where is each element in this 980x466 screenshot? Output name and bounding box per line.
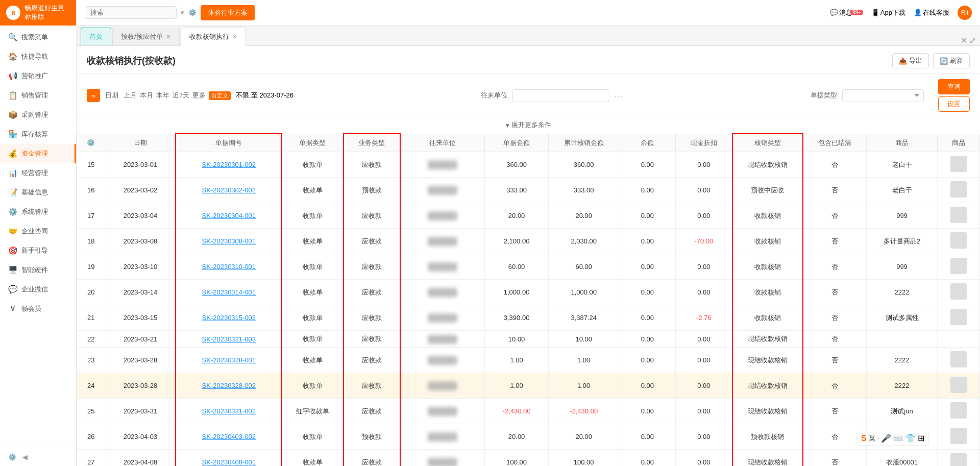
- order-id-link[interactable]: SK-20230315-002: [202, 314, 256, 322]
- row-date: 2023-03-21: [105, 331, 176, 348]
- sidebar-item-sales[interactable]: 📋销售管理: [0, 86, 76, 105]
- sidebar-item-nav[interactable]: 🏠快捷导航: [0, 47, 76, 66]
- sidebar-item-member[interactable]: V畅会员: [0, 299, 76, 318]
- row-balance: 0.00: [619, 254, 676, 280]
- sidebar-item-guide[interactable]: 🎯新手引导: [0, 241, 76, 260]
- row-amount: 20.00: [485, 424, 549, 450]
- row-order-id[interactable]: SK-20230314-001: [176, 280, 282, 305]
- row-discount: 0.00: [676, 254, 732, 280]
- row-order-id[interactable]: SK-20230328-002: [176, 373, 282, 399]
- row-verified: 1.00: [548, 348, 619, 373]
- keyboard-icon[interactable]: ⌨️: [893, 433, 903, 443]
- col-header-bill-type: 单据类型: [282, 134, 344, 152]
- sidebar-item-wechat[interactable]: 💬企业微信: [0, 280, 76, 299]
- date-this-year[interactable]: 本年: [156, 91, 169, 100]
- row-order-id[interactable]: SK-20230315-002: [176, 305, 282, 331]
- date-this-month[interactable]: 本月: [140, 91, 153, 100]
- grid-icon[interactable]: ⊞: [918, 433, 924, 443]
- inventory-icon: 🏪: [8, 130, 17, 139]
- shirt-icon[interactable]: 👕: [905, 433, 916, 443]
- tab-home[interactable]: 首页: [81, 28, 111, 45]
- date-custom-button[interactable]: 自定义: [209, 91, 231, 100]
- tab-collection[interactable]: 收款核销执行 ✕: [181, 28, 246, 46]
- microphone-icon[interactable]: 🎤: [881, 433, 891, 443]
- sidebar-item-hardware[interactable]: 🖥️智能硬件: [0, 260, 76, 280]
- sidebar-item-search[interactable]: 🔍搜索菜单: [0, 28, 76, 47]
- logo-icon: 6: [6, 6, 20, 20]
- row-cancel-type: 收款核销: [732, 229, 803, 254]
- sidebar-collapse-icon[interactable]: ◀: [22, 453, 28, 461]
- row-order-id[interactable]: SK-20230328-001: [176, 348, 282, 373]
- sidebar-item-finance[interactable]: 💰资金管理: [0, 144, 76, 163]
- tab-collection-close[interactable]: ✕: [232, 33, 237, 40]
- col-header-settings[interactable]: ⚙️: [77, 134, 105, 152]
- order-id-link[interactable]: SK-20230302-002: [202, 186, 256, 194]
- header-search-input[interactable]: [85, 6, 177, 19]
- partner-filter-dots[interactable]: ···: [615, 92, 623, 100]
- row-order-id[interactable]: SK-20230321-003: [176, 331, 282, 348]
- page-title-bar: 收款核销执行(按收款) 📤 导出 🔄 刷新: [77, 46, 980, 74]
- order-id-link[interactable]: SK-20230308-001: [202, 237, 256, 245]
- table-settings-icon[interactable]: ⚙️: [87, 139, 95, 146]
- refresh-button[interactable]: 🔄 刷新: [933, 53, 970, 68]
- sidebar-item-system[interactable]: ⚙️系统管理: [0, 202, 76, 222]
- expand-more-button[interactable]: ▾ 展开更多条件: [506, 120, 551, 130]
- row-include-settled: 否: [803, 348, 867, 373]
- order-id-link[interactable]: SK-20230301-002: [202, 161, 256, 168]
- order-id-link[interactable]: SK-20230314-001: [202, 288, 256, 296]
- row-verified: 10.00: [548, 331, 619, 348]
- row-amount: 2,100.00: [485, 229, 549, 254]
- order-id-link[interactable]: SK-20230321-003: [202, 335, 256, 343]
- row-goods: 999: [867, 203, 938, 229]
- sidebar-item-purchase[interactable]: 📦采购管理: [0, 105, 76, 125]
- order-id-link[interactable]: SK-20230304-001: [202, 212, 256, 219]
- row-discount: 0.00: [676, 280, 732, 305]
- tab-prepaid[interactable]: 预收/预应付单 ✕: [112, 28, 180, 45]
- row-order-id[interactable]: SK-20230304-001: [176, 203, 282, 229]
- date-last-month[interactable]: 上月: [124, 91, 137, 100]
- row-goods-img: [937, 373, 979, 399]
- user-avatar[interactable]: Rit: [958, 6, 972, 20]
- partner-filter-input[interactable]: [512, 89, 609, 102]
- sidebar-item-basic[interactable]: 📝基础信息: [0, 183, 76, 202]
- row-order-id[interactable]: SK-20230301-002: [176, 152, 282, 178]
- order-id-link[interactable]: SK-20230408-001: [202, 458, 256, 466]
- tab-prepaid-close[interactable]: ✕: [166, 33, 171, 40]
- industry-solution-button[interactable]: 体验行业方案: [201, 5, 255, 20]
- row-order-id[interactable]: SK-20230403-002: [176, 424, 282, 450]
- sidebar-item-operation[interactable]: 📊经营管理: [0, 163, 76, 183]
- order-id-link[interactable]: SK-20230331-002: [202, 407, 256, 415]
- order-id-link[interactable]: SK-20230310-001: [202, 263, 256, 271]
- row-order-id[interactable]: SK-20230310-001: [176, 254, 282, 280]
- online-service-link[interactable]: 👤 在线客服: [914, 8, 949, 17]
- sidebar-item-marketing[interactable]: 📢营销推广: [0, 66, 76, 86]
- row-order-id[interactable]: SK-20230302-002: [176, 178, 282, 203]
- query-button[interactable]: 查询: [938, 79, 970, 94]
- date-last-7days[interactable]: 近7天: [173, 91, 189, 100]
- order-id-link[interactable]: SK-20230403-002: [202, 433, 256, 440]
- row-order-id[interactable]: SK-20230331-002: [176, 399, 282, 424]
- order-id-link[interactable]: SK-20230328-001: [202, 356, 256, 364]
- order-id-link[interactable]: SK-20230328-002: [202, 382, 256, 389]
- filter-settings-button[interactable]: 设置: [938, 96, 970, 112]
- tab-expand-icon[interactable]: ⤢: [969, 36, 976, 45]
- sidebar-settings-icon[interactable]: ⚙️: [8, 453, 16, 461]
- sidebar-item-enterprise[interactable]: 🤝企业协同: [0, 222, 76, 241]
- sidebar-item-inventory[interactable]: 🏪库存核算: [0, 125, 76, 144]
- table-row: 18 2023-03-08 SK-20230308-001 收款单 应收款 ██…: [77, 229, 980, 254]
- export-button[interactable]: 📤 导出: [892, 53, 929, 68]
- bill-type-filter-select[interactable]: [842, 89, 924, 102]
- page-content-area: 收款核销执行(按收款) 📤 导出 🔄 刷新 » 日期: [77, 46, 980, 466]
- row-bill-type: 收款单: [282, 305, 344, 331]
- sales-icon: 📋: [8, 91, 17, 100]
- row-order-id[interactable]: SK-20230308-001: [176, 229, 282, 254]
- row-verified: 20.00: [548, 203, 619, 229]
- row-order-id[interactable]: SK-20230408-001: [176, 450, 282, 467]
- app-download-link[interactable]: 📱 App下载: [871, 8, 905, 17]
- message-icon[interactable]: 💬 消息 99+: [830, 8, 863, 17]
- row-bill-type: 收款单: [282, 203, 344, 229]
- filter-toggle-button[interactable]: »: [87, 89, 100, 102]
- date-more[interactable]: 更多: [192, 91, 206, 100]
- tab-close-all-icon[interactable]: ✕: [961, 36, 967, 45]
- gear-icon[interactable]: ⚙️: [188, 9, 197, 16]
